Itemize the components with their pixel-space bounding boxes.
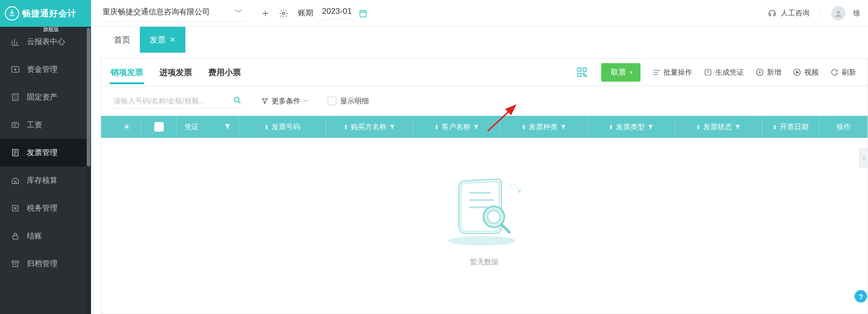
tax-icon xyxy=(11,203,20,213)
fetch-invoice-button[interactable]: 取票 ▾ xyxy=(601,63,640,81)
th-invoice-no[interactable]: ▲▼ 发票号码 xyxy=(239,116,326,138)
sidebar-item-funds[interactable]: 资金管理 xyxy=(0,56,91,83)
table-header: 凭证 ▲▼ 发票号码 ▲▼ 购买方名称 ▲▼ 客户名称 xyxy=(101,116,868,138)
sidebar-item-label: 云报表中心 xyxy=(27,37,65,47)
sort-icon: ▲▼ xyxy=(609,124,613,130)
th-settings[interactable] xyxy=(113,116,141,138)
th-label: 操作 xyxy=(836,123,851,132)
sidebar-item-close[interactable]: 结账 xyxy=(0,222,91,250)
gear-icon[interactable] xyxy=(277,7,290,20)
show-detail-checkbox[interactable]: 显示明细 xyxy=(328,97,369,106)
svg-point-22 xyxy=(488,211,500,223)
building-icon xyxy=(11,92,20,102)
th-customer-name[interactable]: ▲▼ 客户名称 xyxy=(413,116,501,138)
refresh-action[interactable]: 刷新 xyxy=(830,68,856,77)
company-name: 重庆畅捷交通信息咨询有限公司 xyxy=(103,7,210,17)
th-label: 购买方名称 xyxy=(351,123,387,132)
action-label: 生成凭证 xyxy=(715,68,744,77)
avatar[interactable] xyxy=(831,6,845,21)
sort-icon: ▲▼ xyxy=(434,124,439,130)
period-value[interactable]: 2023-01 xyxy=(322,7,352,20)
consult-button[interactable]: 人工咨询 xyxy=(767,9,810,18)
sidebar-item-salary[interactable]: 工资 xyxy=(0,111,91,139)
sidebar-item-tax[interactable]: 税务管理 xyxy=(0,194,91,222)
period-label: 账期 xyxy=(298,8,313,18)
sort-icon: ▲▼ xyxy=(522,124,526,130)
qrcode-icon[interactable] xyxy=(575,66,589,79)
th-checkbox[interactable] xyxy=(141,116,177,138)
filter-icon xyxy=(224,123,231,131)
sidebar-item-label: 资金管理 xyxy=(27,65,57,75)
th-invoice-kind[interactable]: ▲▼ 发票种类 xyxy=(501,116,588,138)
filter-row: 更多条件 ﹀ 显示明细 xyxy=(101,86,868,116)
add-button[interactable] xyxy=(259,7,272,20)
svg-point-8 xyxy=(837,11,840,14)
th-invoice-status[interactable]: ▲▼ 发票状态 xyxy=(675,116,762,138)
page-tabs: 首页 发票 ✕ xyxy=(91,27,868,53)
brand-logo-icon xyxy=(5,6,19,21)
svg-rect-11 xyxy=(578,73,581,77)
svg-line-23 xyxy=(502,224,509,232)
video-action[interactable]: 视频 xyxy=(793,68,819,77)
wallet-icon xyxy=(11,120,20,130)
subtab-output-invoice[interactable]: 销项发票 xyxy=(110,61,144,84)
lock-icon xyxy=(11,231,20,241)
calendar-icon[interactable] xyxy=(356,7,370,20)
sidebar-menu: 云报表中心 资金管理 固定资产 工资 发票管理 库存核算 xyxy=(0,27,91,314)
sidebar-item-label: 归档管理 xyxy=(27,259,57,269)
chevron-down-icon: ﹀ xyxy=(235,7,242,17)
th-label: 客户名称 xyxy=(442,123,470,132)
help-badge[interactable]: ? xyxy=(855,290,867,303)
th-label: 发票类型 xyxy=(616,123,645,132)
sidebar-item-archive[interactable]: 归档管理 xyxy=(0,250,91,278)
sidebar-scrollbar[interactable] xyxy=(86,27,91,314)
sidebar-item-label: 库存核算 xyxy=(27,176,57,186)
svg-rect-12 xyxy=(705,69,711,75)
th-voucher[interactable]: 凭证 xyxy=(177,116,239,138)
sidebar-item-inventory[interactable]: 库存核算 xyxy=(0,167,91,194)
add-action[interactable]: 新增 xyxy=(755,68,781,77)
svg-rect-7 xyxy=(360,11,366,17)
th-buyer-name[interactable]: ▲▼ 购买方名称 xyxy=(326,116,413,138)
subtab-expense-ticket[interactable]: 费用小票 xyxy=(207,61,242,84)
th-operate: 操作 xyxy=(820,116,868,138)
th-invoice-type[interactable]: ▲▼ 发票类型 xyxy=(588,116,675,138)
sort-icon: ▲▼ xyxy=(773,124,777,130)
consult-label: 人工咨询 xyxy=(781,9,810,18)
th-issue-date[interactable]: ▲▼ 开票日期 xyxy=(762,116,820,138)
more-label: 更多条件 xyxy=(272,97,300,106)
th-label: 发票种类 xyxy=(529,123,558,132)
tab-home[interactable]: 首页 xyxy=(104,27,140,53)
tab-invoice[interactable]: 发票 ✕ xyxy=(140,27,185,53)
more-conditions[interactable]: 更多条件 ﹀ xyxy=(261,97,308,106)
subtab-label: 销项发票 xyxy=(111,68,143,77)
panel-collapse-handle[interactable]: › xyxy=(859,148,868,168)
svg-rect-2 xyxy=(12,123,18,127)
sidebar-item-assets[interactable]: 固定资产 xyxy=(0,83,91,111)
sidebar-item-invoice[interactable]: 发票管理 xyxy=(0,139,91,167)
subtab-input-invoice[interactable]: 进项发票 xyxy=(159,61,193,84)
filter-icon xyxy=(473,123,479,131)
content: 销项发票 进项发票 费用小票 取票 ▾ 批量操作 xyxy=(91,53,868,314)
gen-voucher-action[interactable]: 生成凭证 xyxy=(704,68,744,77)
topbar: 重庆畅捷交通信息咨询有限公司 ﹀ 账期 2023-01 人工咨询 xyxy=(91,0,868,27)
th-label: 凭证 xyxy=(184,123,199,132)
tab-label: 首页 xyxy=(114,34,130,45)
subtabs-row: 销项发票 进项发票 费用小票 取票 ▾ 批量操作 xyxy=(101,58,868,86)
sidebar-scrollbar-thumb[interactable] xyxy=(87,28,91,167)
svg-rect-9 xyxy=(578,68,581,71)
filter-icon xyxy=(735,123,741,131)
search-icon[interactable] xyxy=(232,95,242,106)
svg-rect-1 xyxy=(12,94,18,100)
card: 销项发票 进项发票 费用小票 取票 ▾ 批量操作 xyxy=(101,58,868,314)
svg-point-6 xyxy=(283,12,285,14)
th-label: 开票日期 xyxy=(780,123,809,132)
batch-action[interactable]: 批量操作 xyxy=(652,68,692,77)
action-label: 批量操作 xyxy=(663,68,692,77)
house-icon xyxy=(11,176,20,185)
filter-icon xyxy=(648,123,653,131)
subtab-label: 进项发票 xyxy=(160,68,192,77)
company-select[interactable]: 重庆畅捷交通信息咨询有限公司 ﹀ xyxy=(103,5,246,22)
close-icon[interactable]: ✕ xyxy=(170,35,176,44)
search-input[interactable] xyxy=(113,96,232,105)
